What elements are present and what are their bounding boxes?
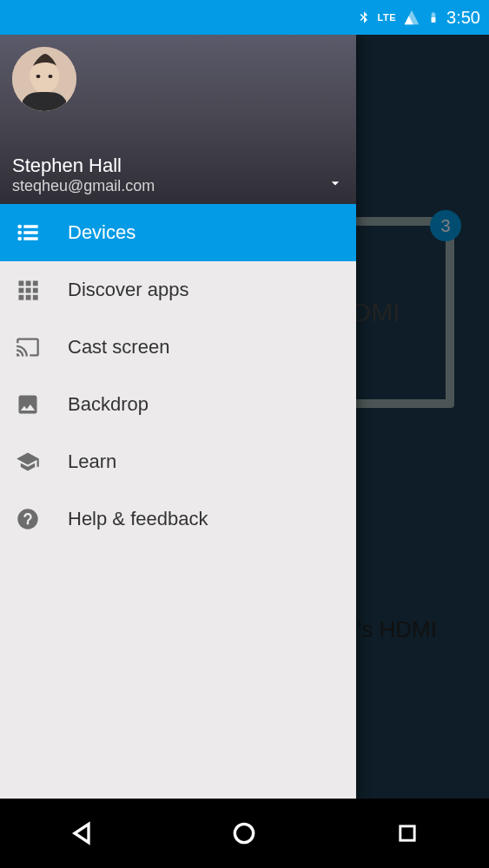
nav-label: Learn xyxy=(68,450,116,473)
svg-point-5 xyxy=(17,237,22,241)
svg-rect-17 xyxy=(33,295,38,300)
android-nav-bar xyxy=(0,799,489,868)
svg-rect-6 xyxy=(23,225,37,228)
svg-point-3 xyxy=(17,225,22,229)
nav-item-help[interactable]: Help & feedback xyxy=(0,490,356,548)
svg-rect-11 xyxy=(33,281,38,286)
bluetooth-icon xyxy=(357,8,371,27)
battery-icon xyxy=(427,8,439,27)
svg-point-2 xyxy=(49,75,53,78)
svg-point-4 xyxy=(17,231,22,235)
svg-point-1 xyxy=(36,75,41,78)
svg-point-19 xyxy=(235,824,254,842)
help-icon xyxy=(16,507,68,531)
nav-item-cast-screen[interactable]: Cast screen xyxy=(0,319,356,376)
home-button[interactable] xyxy=(218,807,270,859)
nav-label: Devices xyxy=(68,221,135,244)
apps-grid-icon xyxy=(16,278,68,302)
nav-item-discover-apps[interactable]: Discover apps xyxy=(0,261,356,319)
svg-rect-10 xyxy=(26,281,31,286)
recent-apps-button[interactable] xyxy=(381,807,433,859)
nav-label: Help & feedback xyxy=(68,508,208,530)
devices-list-icon xyxy=(16,220,68,245)
clock-time: 3:50 xyxy=(446,8,480,28)
svg-rect-9 xyxy=(19,281,24,286)
account-info[interactable]: Stephen Hall steqheu@gmail.com xyxy=(12,155,155,195)
drawer-header: Stephen Hall steqheu@gmail.com xyxy=(0,35,356,204)
nav-label: Backdrop xyxy=(68,393,149,416)
back-button[interactable] xyxy=(56,807,108,859)
svg-rect-12 xyxy=(19,288,24,293)
svg-rect-15 xyxy=(19,295,24,300)
svg-rect-20 xyxy=(400,826,414,840)
svg-rect-14 xyxy=(33,288,38,293)
nav-item-learn[interactable]: Learn xyxy=(0,433,356,490)
svg-rect-8 xyxy=(23,237,37,240)
signal-icon xyxy=(403,9,420,26)
nav-label: Discover apps xyxy=(68,279,188,301)
cast-icon xyxy=(16,335,68,359)
avatar[interactable] xyxy=(12,47,76,111)
account-name: Stephen Hall xyxy=(12,155,155,177)
svg-rect-7 xyxy=(23,231,37,234)
status-bar: LTE 3:50 xyxy=(0,0,489,35)
lte-label: LTE xyxy=(378,12,396,23)
drawer-list: Devices Discover apps Cast screen Backdr… xyxy=(0,204,356,799)
image-icon xyxy=(16,392,68,417)
account-email: steqheu@gmail.com xyxy=(12,177,155,195)
nav-item-devices[interactable]: Devices xyxy=(0,204,356,261)
school-icon xyxy=(16,450,68,474)
svg-rect-13 xyxy=(26,288,31,293)
navigation-drawer: Stephen Hall steqheu@gmail.com Devices xyxy=(0,35,356,799)
nav-label: Cast screen xyxy=(68,336,169,358)
chevron-down-icon[interactable] xyxy=(327,174,344,195)
nav-item-backdrop[interactable]: Backdrop xyxy=(0,376,356,433)
svg-point-18 xyxy=(17,509,37,529)
svg-rect-16 xyxy=(26,295,31,300)
